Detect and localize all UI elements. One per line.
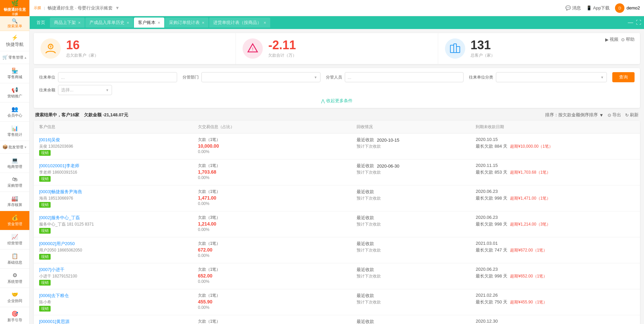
overdue-link-5[interactable]: 超期¥652.00（1笔）: [510, 273, 547, 279]
tab-close-product-online[interactable]: ✕: [78, 21, 81, 25]
overdue-link-4[interactable]: 超期¥672.00（1笔）: [510, 247, 547, 253]
overdue-info-6: 最长欠款 750 天 超期¥455.90（1笔）: [476, 299, 635, 305]
sidebar-item-batch-mgmt[interactable]: 📦 批发管理 ▼: [0, 141, 29, 154]
help-btn[interactable]: ⊙ 帮助: [621, 36, 635, 42]
balance-input[interactable]: 选择... ▼: [58, 85, 112, 95]
tab-close-purchase-order[interactable]: ✕: [202, 21, 204, 25]
stat-card-top-btns: ▶ 视频 ⊙ 帮助: [605, 36, 635, 42]
sort-dropdown[interactable]: 排序：按欠款金额倒序排序 ▼: [545, 112, 604, 118]
th-payback: 回收情况: [357, 124, 476, 130]
sidebar-item-ecommerce[interactable]: 💻 电商管理: [0, 154, 29, 173]
overdue-days-3: 最长欠款 998 天: [476, 221, 507, 227]
sidebar-item-retail-stats[interactable]: 📊 零售统计: [0, 122, 29, 141]
tab-customer-account[interactable]: 客户账本 ✕: [134, 18, 164, 28]
sidebar-item-operations[interactable]: 📈 经营管理: [0, 230, 29, 249]
table-row: [000002]用户2050 用户2050 18665062050 现销 欠款（…: [34, 237, 640, 263]
sidebar-item-member[interactable]: 👥 会员中心: [0, 102, 29, 122]
th-overdue: 到期未收款日期: [476, 124, 635, 130]
search-button[interactable]: 查询: [612, 72, 635, 82]
result-summary: 搜索结果中，客户16家 欠款金额 -21,148.07元: [35, 112, 128, 118]
brand-name: 畅捷通好生意: [4, 7, 26, 12]
header-message-btn[interactable]: 💬 消息: [565, 5, 581, 11]
customer-name-5[interactable]: [0007]小进干: [39, 267, 198, 273]
customer-phone-3: 服务中心_丁磊 181 0125 8371: [39, 222, 198, 227]
amount-value: -2.11: [268, 39, 297, 51]
sidebar-item-retail-mall[interactable]: 🏪 零售商城: [0, 64, 29, 83]
debt-label-7: 欠款（1笔）: [198, 319, 357, 324]
payback-recent-2: 最近收款: [357, 189, 476, 195]
sidebar-item-purchase[interactable]: 🛍 采购管理: [0, 173, 29, 192]
cell-overdue-0: 2020.10.15 最长欠款 884 天 超期¥10,000.00（1笔）: [476, 137, 635, 149]
cell-debt-5: 欠款（1笔） 652.00 0.00%: [198, 267, 357, 284]
refresh-btn[interactable]: ↻ 刷新: [625, 112, 639, 118]
customer-name-1[interactable]: [0001020001]李老师: [39, 163, 198, 169]
export-btn[interactable]: ⊙ 导出: [608, 112, 621, 118]
payback-recent-7: 最近收款: [357, 319, 476, 324]
sidebar-item-quick-nav[interactable]: ⚡ 快捷导航: [0, 31, 29, 51]
customer-name-4[interactable]: [000002]用户2050: [39, 241, 198, 247]
person-input[interactable]: ...: [345, 72, 464, 82]
tab-home[interactable]: 首页: [32, 18, 49, 28]
table-row: [0002]服务中心_丁磊 服务中心_丁磊 181 0125 8371 现销 欠…: [34, 211, 640, 237]
view-video-btn[interactable]: ▶ 视频: [605, 36, 618, 42]
dept-input[interactable]: ▼: [201, 72, 320, 82]
sidebar-item-guide[interactable]: 🎯 新手引导: [0, 307, 29, 324]
tab-purchase-order[interactable]: 采购订单统计表 ✕: [165, 18, 208, 28]
category-input[interactable]: ▼: [496, 72, 607, 82]
sidebar-item-marketing[interactable]: 📢 营销推广: [0, 83, 29, 102]
sidebar-item-basic-info[interactable]: 📋 基础信息: [0, 249, 29, 269]
overdue-days-0: 最长欠款 884 天: [476, 143, 507, 149]
sidebar-item-inventory[interactable]: 🏭 库存核算: [0, 192, 29, 211]
tab-close-product-history[interactable]: ✕: [127, 21, 129, 25]
tab-close-customer-account[interactable]: ✕: [158, 21, 160, 25]
collapse-filter-btn[interactable]: ⋀ 收起更多条件: [321, 98, 353, 104]
filter-dept: 分管部门 ▼: [183, 72, 320, 82]
customer-name-6[interactable]: [0006]去下粮仓: [39, 293, 198, 299]
overdue-info-2: 最长欠款 998 天 超期¥1,471.00（1笔）: [476, 195, 635, 201]
cell-debt-6: 欠款（1笔） 455.90 0.00%: [198, 293, 357, 310]
tab-purchase-stats[interactable]: 进货单统计表（按商品） ✕: [209, 18, 270, 28]
sidebar-item-retail-mgmt[interactable]: 🛒 零售管理 ▲: [0, 51, 29, 64]
overdue-info-5: 最长欠款 998 天 超期¥652.00（1笔）: [476, 273, 635, 279]
debt-percent-6: 0.00%: [198, 305, 357, 310]
tabs-bar: 首页 商品上下架 ✕ 产成品入库单历史 ✕ 客户账本 ✕ 采购订单统计表 ✕ 进…: [30, 16, 644, 29]
header-left: 示膜 | 畅捷通好生意 - 母婴行业演示账套 ▼: [34, 5, 119, 11]
cell-overdue-6: 2021.02.26 最长欠款 750 天 超期¥455.90（1笔）: [476, 293, 635, 305]
tab-minimize-btn[interactable]: —: [628, 20, 633, 26]
filter-balance-label: 往来余额: [39, 87, 55, 93]
cell-overdue-3: 2020.06.23 最长欠款 998 天 超期¥1,214.00（3笔）: [476, 215, 635, 227]
table-row: [0016]吴俊 吴俊 13026203696 现销 欠款（1笔） 10,000…: [34, 134, 640, 159]
cell-overdue-1: 2020.11.15 最长欠款 853 天 超期¥1,703.68（1笔）: [476, 163, 635, 175]
sidebar-item-system[interactable]: ⚙ 系统管理: [0, 269, 29, 288]
tab-maximize-btn[interactable]: ⛶: [636, 20, 641, 26]
header-home-link[interactable]: 示膜: [34, 5, 41, 10]
payback-next-6: 预计下次收款: [357, 299, 476, 305]
overdue-link-2[interactable]: 超期¥1,471.00（1笔）: [510, 196, 551, 201]
sidebar-search-menu[interactable]: 🔍 搜索菜单: [0, 16, 29, 31]
payback-next-0: 预计下次收款: [357, 144, 476, 149]
tab-product-online[interactable]: 商品上下架 ✕: [50, 18, 85, 28]
payback-recent-6: 最近收款: [357, 293, 476, 299]
tab-product-history[interactable]: 产成品入库单历史 ✕: [85, 18, 133, 28]
debtors-content: 16 总欠款客户（家）: [66, 39, 99, 58]
source-unit-input[interactable]: ...: [58, 72, 177, 82]
customer-phone-1: 李老师 18600391516: [39, 170, 198, 175]
table-row: [0007]小进干 小进干 18279152100 现销 欠款（1笔） 652.…: [34, 263, 640, 289]
overdue-date-0: 2020.10.15: [476, 137, 635, 142]
header-app-download-btn[interactable]: 📱 App下载: [586, 5, 610, 11]
debt-label-2: 欠款（1笔）: [198, 189, 357, 195]
sidebar-item-enterprise[interactable]: 🤝 企业协同: [0, 288, 29, 307]
overdue-link-1[interactable]: 超期¥1,703.68（1笔）: [510, 170, 551, 175]
overdue-link-0[interactable]: 超期¥10,000.00（1笔）: [510, 144, 553, 149]
debt-percent-0: 0.00%: [198, 149, 357, 154]
customer-name-7[interactable]: [000001]黄思源: [39, 319, 198, 324]
customer-name-2[interactable]: [0003]畅捷服务尹海燕: [39, 189, 198, 195]
overdue-link-3[interactable]: 超期¥1,214.00（3笔）: [510, 222, 551, 227]
customer-tag-6: 现销: [39, 306, 51, 312]
customer-name-3[interactable]: [0002]服务中心_丁磊: [39, 215, 198, 221]
customer-name-0[interactable]: [0016]吴俊: [39, 137, 198, 143]
header-user-menu[interactable]: D demo2: [615, 3, 640, 13]
sidebar-item-finance[interactable]: 💰 资金管理: [0, 211, 29, 230]
overdue-link-6[interactable]: 超期¥455.90（1笔）: [510, 299, 547, 305]
tab-close-purchase-stats[interactable]: ✕: [263, 21, 266, 25]
